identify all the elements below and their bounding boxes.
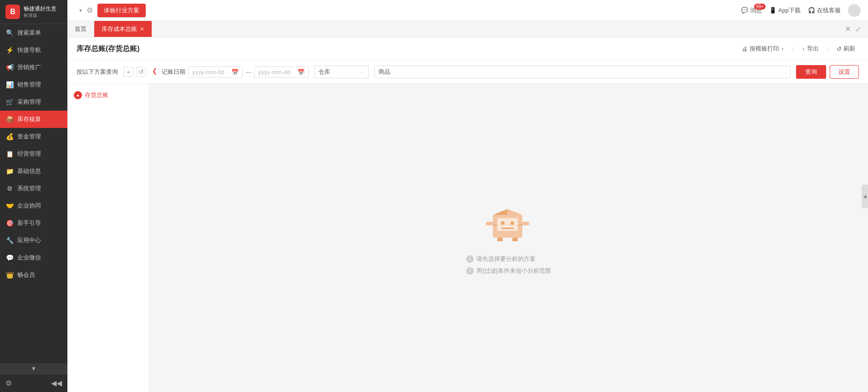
panel-expand-icon[interactable]: ✕ [845,25,851,33]
panel-resize-icon[interactable]: ⤢ [855,25,861,33]
export-btn[interactable]: ↑ 导出 [798,43,822,55]
inventory-icon: 📦 [5,115,14,123]
tip-num-1: 1 [466,255,474,263]
sidebar-item-inventory[interactable]: 📦 库存核算 [0,111,67,128]
sidebar-item-member[interactable]: 👑 畅会员 [0,266,67,284]
tip-num-2: 2 [466,267,474,275]
filter-date-end[interactable]: yyyy-mm-dd 📅 [254,66,309,78]
sidebar-scroll-down[interactable]: ▼ [0,363,67,374]
right-panel-toggle[interactable]: ◀ [862,184,868,208]
svg-rect-8 [497,238,503,241]
sidebar-item-label: 营销推广 [17,63,41,71]
filter-date-label: 记账日期 [162,68,185,76]
filter-date-start[interactable]: yyyy-mm-dd 📅 [188,66,243,78]
empty-tips: 1 请先选择要分析的方案 2 用[过滤]条件来缩小分析范围 [466,253,551,277]
sidebar-item-label: 企业微信 [17,254,41,262]
sidebar-nav: 🔍 搜索菜单 ⚡ 快捷导航 📢 营销推广 📊 销售管理 🛒 采购管理 📦 库存核… [0,24,67,363]
tab-home[interactable]: 首页 [67,21,94,37]
action-divider: | [792,46,794,52]
page-header: 库存总账(存货总账) 🖨 按模板打印 ▾ | ↑ 导出 | ↺ 刷新 [67,37,868,61]
chevron-down-icon[interactable]: ▾ [79,7,82,14]
refresh-btn[interactable]: ↺ 刷新 [833,43,859,55]
app-name: 畅捷通好生意 [24,5,56,13]
calendar-start-icon[interactable]: 📅 [231,69,239,76]
sidebar-item-marketing[interactable]: 📢 营销推广 [0,59,67,76]
calendar-end-icon[interactable]: 📅 [297,69,305,76]
wechat-icon: 💬 [5,254,14,262]
sidebar-item-quick-nav[interactable]: ⚡ 快捷导航 [0,41,67,59]
refresh-icon: ↺ [837,46,842,52]
sidebar-item-search[interactable]: 🔍 搜索菜单 [0,24,67,41]
svg-rect-9 [512,238,518,241]
filter-bar: 按以下方案查询 + ↺ 《 记账日期 yyyy-mm-dd 📅 — yyyy-m… [67,61,868,84]
tab-home-label: 首页 [75,25,87,33]
app-logo: B 畅捷通好生意 标准版 [0,0,67,24]
online-service-label: 在线客服 [817,6,841,15]
filter-add-btn[interactable]: + [123,67,133,77]
tab-inventory-cost[interactable]: 库存成本总账 ✕ [94,21,152,37]
online-service-item[interactable]: 🎧 在线客服 [808,6,841,15]
sidebar-item-guide[interactable]: 🎯 新手引导 [0,214,67,232]
print-btn[interactable]: 🖨 按模板打印 ▾ [738,43,788,55]
tab-close-icon[interactable]: ✕ [140,26,144,32]
query-button[interactable]: 查询 [796,65,826,79]
system-icon: ⚙ [5,184,14,193]
empty-illustration [481,199,536,246]
topbar-settings-icon[interactable]: ⚙ [87,6,93,15]
purchase-icon: 🛒 [5,98,14,106]
print-icon: 🖨 [742,46,748,52]
topbar: ▾ ⚙ 体验行业方案 💬 消息 99+ 📱 App下载 🎧 在线客服 [67,0,868,21]
collapse-icon[interactable]: ◀◀ [51,379,62,387]
app-version: 标准版 [24,12,56,18]
filter-warehouse[interactable]: 仓库 ··· [314,66,369,78]
sidebar-item-cooperation[interactable]: 🤝 企业协同 [0,197,67,214]
sidebar-item-wechat[interactable]: 💬 企业微信 [0,249,67,266]
sidebar-item-operation[interactable]: 📋 经营管理 [0,145,67,163]
sidebar-item-finance[interactable]: 💰 资金管理 [0,128,67,145]
refresh-label: 刷新 [843,45,855,53]
basic-info-icon: 📁 [5,167,14,175]
page-title: 库存总账(存货总账) [77,44,140,54]
sidebar-item-label: 销售管理 [17,81,41,89]
user-avatar-item[interactable] [848,4,861,17]
tab-inventory-cost-label: 库存成本总账 [102,25,137,33]
sidebar-item-app-center[interactable]: 🔧 应用中心 [0,232,67,249]
sidebar-item-basic-info[interactable]: 📁 基础信息 [0,163,67,180]
warehouse-more-icon: ··· [360,69,365,76]
guide-icon: 🎯 [5,219,14,227]
date-separator: — [245,69,251,76]
export-label: 导出 [807,45,819,53]
sidebar-item-system[interactable]: ⚙ 系统管理 [0,180,67,197]
settings-button[interactable]: 设置 [830,65,859,79]
date-end-placeholder: yyyy-mm-dd [258,69,291,76]
sidebar-item-purchase[interactable]: 🛒 采购管理 [0,93,67,111]
scheme-item-inventory-ledger[interactable]: ● 存货总账 [67,87,149,103]
export-icon: ↑ [802,46,805,52]
sidebar-item-label: 搜索菜单 [17,29,41,37]
goods-more-icon: ··· [781,69,786,76]
app-download-item[interactable]: 📱 App下载 [769,6,801,15]
content-body: ● 存货总账 [67,84,868,392]
messages-item[interactable]: 💬 消息 99+ [741,6,762,15]
scheme-item-label: 存货总账 [85,91,108,99]
filter-goods[interactable]: 商品 ··· [374,66,791,78]
filter-date-group: 记账日期 yyyy-mm-dd 📅 — yyyy-mm-dd 📅 [162,66,309,78]
scheme-panel: ● 存货总账 [67,84,149,392]
filter-refresh-btn[interactable]: ↺ [136,67,146,77]
svg-rect-10 [486,222,493,225]
svg-marker-2 [507,209,522,215]
sidebar-item-sales[interactable]: 📊 销售管理 [0,76,67,93]
settings-icon[interactable]: ⚙ [5,379,12,387]
filter-collapse-btn[interactable]: 《 [149,67,156,77]
svg-point-6 [511,221,514,225]
finance-icon: 💰 [5,132,14,141]
svg-rect-11 [522,222,529,225]
goods-label: 商品 [378,68,390,76]
filter-actions: + ↺ 《 [123,67,156,77]
industry-btn[interactable]: 体验行业方案 [97,4,146,17]
topbar-right: 💬 消息 99+ 📱 App下载 🎧 在线客服 [741,4,861,17]
print-label: 按模板打印 [750,45,779,53]
sidebar-item-label: 应用中心 [17,236,41,244]
sidebar-item-label: 新手引导 [17,219,41,227]
operation-icon: 📋 [5,150,14,158]
